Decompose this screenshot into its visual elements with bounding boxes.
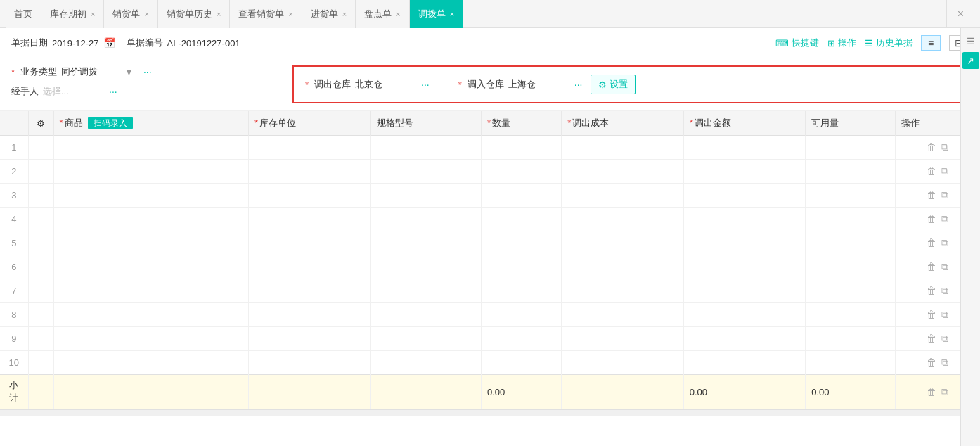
amount-cell[interactable] <box>683 303 806 327</box>
handler-more[interactable]: ··· <box>109 86 117 97</box>
cost-cell[interactable] <box>562 184 684 208</box>
sidebar-list-icon[interactable]: ☰ <box>962 32 979 49</box>
product-cell[interactable] <box>53 255 249 279</box>
spec-cell[interactable] <box>370 351 481 375</box>
row-delete-icon[interactable]: 🗑 <box>927 386 936 397</box>
tab-close-inventory-check[interactable]: × <box>396 10 400 18</box>
row-delete-icon[interactable]: 🗑 <box>927 309 936 320</box>
row-copy-icon[interactable]: ⧉ <box>941 386 948 397</box>
qty-cell[interactable] <box>481 184 561 208</box>
row-delete-icon[interactable]: 🗑 <box>927 165 936 177</box>
product-cell[interactable] <box>53 136 249 160</box>
unit-cell[interactable] <box>249 208 371 231</box>
business-type-value[interactable]: 同价调拨 <box>61 65 117 78</box>
cost-cell[interactable] <box>562 255 684 279</box>
cost-cell[interactable] <box>562 279 684 303</box>
product-cell[interactable] <box>53 327 249 351</box>
qty-cell[interactable] <box>481 160 561 184</box>
available-cell[interactable] <box>806 303 896 327</box>
spec-cell[interactable] <box>370 231 481 255</box>
spec-cell[interactable] <box>370 184 481 208</box>
qty-cell[interactable] <box>481 351 561 375</box>
available-cell[interactable] <box>806 351 896 375</box>
unit-cell[interactable] <box>249 279 371 303</box>
amount-cell[interactable] <box>683 327 806 351</box>
row-delete-icon[interactable]: 🗑 <box>927 261 936 272</box>
row-copy-icon[interactable]: ⧉ <box>941 357 948 368</box>
amount-cell[interactable] <box>683 160 806 184</box>
cost-cell[interactable] <box>562 303 684 327</box>
unit-cell[interactable] <box>249 327 371 351</box>
spec-cell[interactable] <box>370 136 481 160</box>
spec-cell[interactable] <box>370 303 481 327</box>
cost-cell[interactable] <box>562 160 684 184</box>
amount-cell[interactable] <box>683 208 806 231</box>
tab-view-sales[interactable]: 查看销货单 × <box>230 0 302 28</box>
row-delete-icon[interactable]: 🗑 <box>927 189 936 200</box>
unit-cell[interactable] <box>249 351 371 375</box>
available-cell[interactable] <box>806 255 896 279</box>
tab-sales-history[interactable]: 销货单历史 × <box>158 0 230 28</box>
product-cell[interactable] <box>53 303 249 327</box>
out-warehouse-more[interactable]: ··· <box>421 79 430 90</box>
spec-cell[interactable] <box>370 160 481 184</box>
row-copy-icon[interactable]: ⧉ <box>941 141 948 153</box>
available-cell[interactable] <box>806 136 896 160</box>
qty-cell[interactable] <box>481 136 561 160</box>
row-copy-icon[interactable]: ⧉ <box>941 165 948 177</box>
spec-cell[interactable] <box>370 327 481 351</box>
qty-cell[interactable] <box>481 231 561 255</box>
shortcut-action[interactable]: ⌨ 快捷键 <box>775 37 819 49</box>
tab-sales-order[interactable]: 销货单 × <box>104 0 157 28</box>
row-delete-icon[interactable]: 🗑 <box>927 213 936 224</box>
business-type-dropdown[interactable]: ▼ <box>124 67 134 77</box>
row-copy-icon[interactable]: ⧉ <box>941 189 948 200</box>
tab-inventory-init[interactable]: 库存期初 × <box>41 0 104 28</box>
available-cell[interactable] <box>806 279 896 303</box>
cost-cell[interactable] <box>562 351 684 375</box>
spec-cell[interactable] <box>370 255 481 279</box>
available-cell[interactable] <box>806 208 896 231</box>
tab-close-purchase[interactable]: × <box>342 10 347 18</box>
calendar-icon[interactable]: 📅 <box>103 37 115 49</box>
available-cell[interactable] <box>806 184 896 208</box>
cost-cell[interactable] <box>562 231 684 255</box>
spec-cell[interactable] <box>370 208 481 231</box>
cost-cell[interactable] <box>562 327 684 351</box>
row-copy-icon[interactable]: ⧉ <box>941 213 948 224</box>
product-cell[interactable] <box>53 208 249 231</box>
history-action[interactable]: ☰ 历史单据 <box>865 37 913 49</box>
tab-close-sales-history[interactable]: × <box>217 10 221 18</box>
th-gear[interactable]: ⚙ <box>28 111 53 136</box>
in-warehouse-more[interactable]: ··· <box>574 79 583 90</box>
tab-close-sales-order[interactable]: × <box>144 10 148 18</box>
row-delete-icon[interactable]: 🗑 <box>927 357 936 368</box>
row-delete-icon[interactable]: 🗑 <box>927 285 936 296</box>
product-cell[interactable] <box>53 160 249 184</box>
product-cell[interactable] <box>53 231 249 255</box>
tab-transfer[interactable]: 调拨单 × <box>410 0 463 28</box>
amount-cell[interactable] <box>683 279 806 303</box>
amount-cell[interactable] <box>683 231 806 255</box>
settings-button[interactable]: ⚙ 设置 <box>591 75 636 94</box>
qty-cell[interactable] <box>481 208 561 231</box>
sidebar-link-icon[interactable]: ↗ <box>962 52 979 69</box>
handler-input[interactable]: 选择... <box>43 85 99 98</box>
qty-cell[interactable] <box>481 327 561 351</box>
cost-cell[interactable] <box>562 208 684 231</box>
product-cell[interactable] <box>53 279 249 303</box>
tab-home[interactable]: 首页 <box>6 0 41 28</box>
available-cell[interactable] <box>806 327 896 351</box>
product-cell[interactable] <box>53 184 249 208</box>
amount-cell[interactable] <box>683 351 806 375</box>
amount-cell[interactable] <box>683 184 806 208</box>
tab-inventory-check[interactable]: 盘点单 × <box>356 0 409 28</box>
tab-purchase[interactable]: 进货单 × <box>302 0 356 28</box>
row-delete-icon[interactable]: 🗑 <box>927 141 936 153</box>
amount-cell[interactable] <box>683 136 806 160</box>
available-cell[interactable] <box>806 231 896 255</box>
qty-cell[interactable] <box>481 303 561 327</box>
unit-cell[interactable] <box>249 184 371 208</box>
unit-cell[interactable] <box>249 231 371 255</box>
row-copy-icon[interactable]: ⧉ <box>941 237 948 248</box>
